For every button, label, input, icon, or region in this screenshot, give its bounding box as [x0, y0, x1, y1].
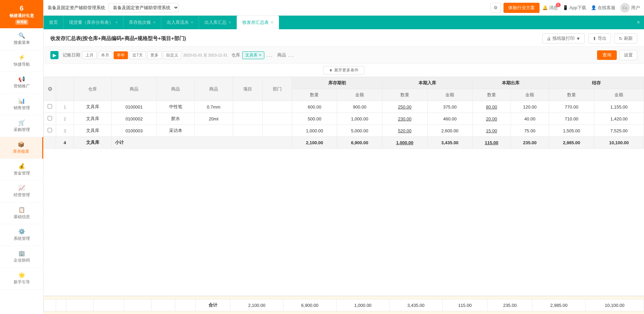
tab-stock-dist[interactable]: 现货量（库存分布表） × [64, 16, 123, 29]
row-goods-code-2: 0100003 [112, 125, 157, 137]
star-icon: 🌟 [18, 272, 25, 278]
row-project-2 [233, 125, 262, 137]
date-filter-label: 记账日期 [63, 52, 80, 58]
date-btn-current-month[interactable]: 本月 [98, 51, 112, 59]
notification-button[interactable]: 🔔 消息 6 [542, 5, 558, 11]
row-goods-spec-0: 0.7mm [195, 101, 233, 113]
tab-recv-send-close[interactable]: × [271, 20, 273, 25]
date-filter-group: 记账日期 上月 本月 本年 近7天 更多 自定义 2023-01-01 至 20… [63, 51, 227, 59]
tab-stock-dist-close[interactable]: × [115, 20, 118, 25]
row-out-qty-0[interactable]: 80.00 [473, 101, 511, 113]
tab-batch[interactable]: 库存批次账 × [123, 16, 161, 29]
row-in-qty-1[interactable]: 230.00 [382, 113, 427, 125]
settings-gear-button[interactable]: ⚙ [491, 3, 501, 13]
subtotal-label: 小计 [112, 137, 292, 149]
row-close-qty-1: 710.00 [549, 113, 594, 125]
export-button[interactable]: ⬆ 导出 [588, 33, 611, 44]
sidebar-item-base-info[interactable]: 📋 基础信息 [0, 202, 43, 224]
row-in-amt-2: 2,600.00 [427, 125, 473, 137]
sidebar-item-inventory[interactable]: 📦 库存核算 [0, 137, 43, 159]
refresh-button[interactable]: ↻ 刷新 [614, 33, 637, 44]
app-download-button[interactable]: 📱 App下载 [563, 5, 586, 11]
system-dropdown[interactable]: 装备及固定资产辅助管理系统 [109, 3, 179, 12]
page-header-actions: 🖨 拣纸版打印 ▼ ⬆ 导出 ↻ 刷新 [542, 33, 637, 44]
tab-inout-summary-close[interactable]: × [229, 20, 231, 25]
date-btn-custom[interactable]: 自定义 [163, 51, 181, 59]
print-button[interactable]: 🖨 拣纸版打印 ▼ [542, 33, 585, 44]
goods-ellipsis[interactable]: ... [288, 52, 295, 58]
sidebar-item-label: 销售管理 [14, 105, 30, 111]
table-settings-button[interactable]: ⚙ [48, 86, 52, 92]
filter-settings-button[interactable]: 设置 [620, 50, 637, 60]
date-btn-more[interactable]: 更多 [147, 51, 162, 59]
warehouse-ellipsis[interactable]: ... [266, 52, 273, 58]
sidebar-item-enterprise[interactable]: 🏢 企业协同 [0, 246, 43, 268]
sidebar-item-system[interactable]: ⚙️ 系统管理 [0, 224, 43, 246]
cart-icon: 🛒 [18, 119, 25, 126]
sidebar-item-marketing[interactable]: 📢 营销推广 [0, 72, 43, 94]
subtotal-checkbox [44, 137, 56, 149]
search-icon: 🔍 [18, 32, 25, 39]
filter-toggle-button[interactable]: ▶ [50, 51, 59, 59]
row-in-qty-0[interactable]: 250.00 [382, 101, 427, 113]
sidebar-item-guide[interactable]: 🌟 新手引导 [0, 268, 43, 290]
row-close-amt-2: 7,525.00 [594, 125, 644, 137]
trial-button[interactable]: 体验行业方案 [503, 3, 540, 13]
sidebar-item-label: 快捷导航 [14, 62, 30, 67]
row-out-qty-2[interactable]: 15.00 [473, 125, 511, 137]
warehouse-tag-value: 文具库 [245, 52, 258, 58]
warehouse-tag-close[interactable]: × [259, 53, 261, 57]
refresh-label: 刷新 [624, 35, 633, 42]
row-checkbox-2[interactable] [44, 125, 56, 137]
row-goods-spec-1: 20ml [195, 113, 233, 125]
row-project-0 [233, 101, 262, 113]
warehouse-filter-group: 仓库 文具库 × ... [231, 51, 273, 59]
tab-recv-send[interactable]: 收发存汇总表 × [237, 16, 279, 29]
sidebar-item-quick-nav[interactable]: ⚡ 快捷导航 [0, 50, 43, 72]
trending-icon: 📈 [18, 185, 25, 191]
footer-close-qty: 2,985.00 [532, 299, 585, 311]
subtotal-open-qty: 2,100.00 [292, 137, 337, 149]
expand-more-button[interactable]: ▼ 展开更多条件 [323, 66, 365, 75]
goods-filter-label: 商品 [277, 52, 286, 58]
row-out-qty-1[interactable]: 20.00 [473, 113, 511, 125]
sidebar-item-sales[interactable]: 📊 销售管理 [0, 94, 43, 115]
tab-inout-summary[interactable]: 出入库汇总 × [199, 16, 237, 29]
col-header-department: 部门 [262, 77, 292, 101]
megaphone-icon: 📢 [18, 76, 25, 82]
date-btn-last7[interactable]: 近7天 [129, 51, 146, 59]
service-icon: 👤 [591, 5, 596, 10]
gear-icon: ⚙️ [18, 228, 25, 235]
subtotal-in-qty[interactable]: 1,000.00 [382, 137, 427, 149]
tab-home[interactable]: 首页 [44, 16, 64, 29]
tab-inout-flow-close[interactable]: × [191, 20, 193, 25]
date-btn-last-month[interactable]: 上月 [82, 51, 97, 59]
topbar: 装备及固定资产辅助管理系统 装备及固定资产辅助管理系统 ⚙ 体验行业方案 🔔 消… [44, 0, 644, 16]
row-close-qty-0: 770.00 [549, 101, 594, 113]
tab-batch-close[interactable]: × [153, 20, 155, 25]
subtotal-out-qty[interactable]: 115.00 [473, 137, 511, 149]
col-header-open-qty: 数量 [292, 89, 337, 101]
subtotal-row: 4 文具库 小计 2,100.00 6,900.00 1,000.00 3,43… [44, 137, 644, 149]
online-service-button[interactable]: 👤 在线客服 [591, 5, 615, 11]
query-button[interactable]: 查询 [597, 50, 617, 60]
close-all-tabs-button[interactable]: × [633, 19, 644, 26]
row-in-qty-2[interactable]: 520.00 [382, 125, 427, 137]
lightning-icon: ⚡ [18, 54, 25, 61]
footer-close-amt: 10,100.00 [585, 299, 644, 311]
sidebar-item-purchase[interactable]: 🛒 采购管理 [0, 115, 43, 137]
date-btn-this-year[interactable]: 本年 [114, 51, 128, 59]
row-checkbox-0[interactable] [44, 101, 56, 113]
row-close-amt-1: 1,420.00 [594, 113, 644, 125]
table-footer: 合计 2,100.00 6,900.00 1,000.00 3,435.00 1… [44, 296, 644, 314]
chevron-down-icon: ▼ [329, 68, 333, 73]
col-header-open-amt: 金额 [337, 89, 382, 101]
building-icon: 🏢 [18, 250, 25, 257]
row-checkbox-1[interactable] [44, 113, 56, 125]
sidebar-item-search[interactable]: 🔍 搜索菜单 [0, 28, 43, 50]
sidebar-item-operations[interactable]: 📈 经营管理 [0, 181, 43, 202]
tab-inout-flow[interactable]: 出入库流水 × [161, 16, 199, 29]
sidebar-item-finance[interactable]: 💰 资金管理 [0, 159, 43, 181]
user-menu-button[interactable]: Ea 用户 [620, 3, 640, 13]
chart-icon: 📊 [18, 98, 25, 104]
